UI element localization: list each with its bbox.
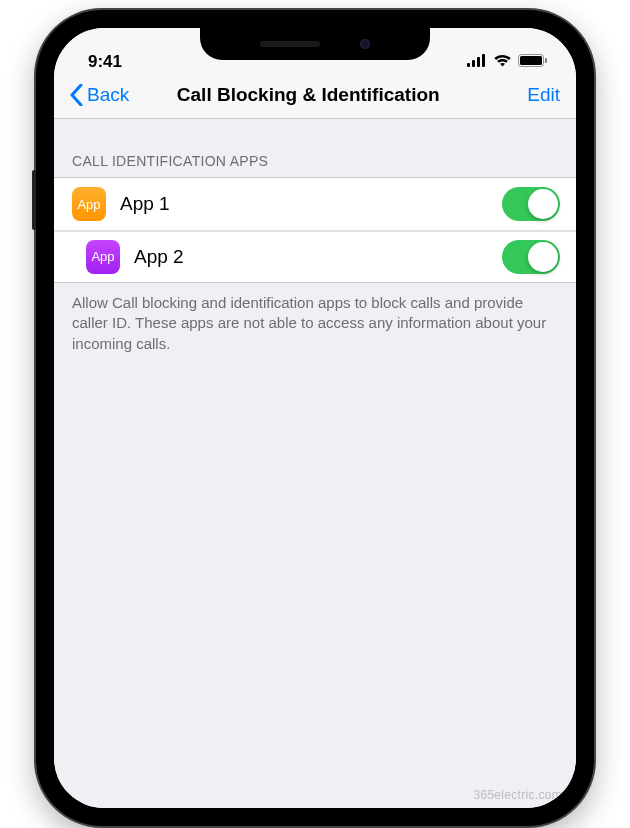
section-header-call-id-apps: Call Identification Apps: [54, 119, 576, 177]
list-item-app-2: App App 2: [54, 230, 576, 282]
app-name-label: App 1: [120, 193, 488, 215]
toggle-app-2[interactable]: [502, 240, 560, 274]
nav-bar: Back Call Blocking & Identification Edit: [54, 74, 576, 119]
page-title: Call Blocking & Identification: [89, 84, 527, 106]
chevron-left-icon: [70, 84, 83, 106]
battery-icon: [518, 52, 548, 72]
toggle-app-1[interactable]: [502, 187, 560, 221]
wifi-icon: [493, 52, 512, 72]
svg-rect-6: [545, 58, 547, 63]
phone-frame: 9:41 Back Call Blocking & Identification…: [36, 10, 594, 826]
notch: [200, 28, 430, 60]
svg-rect-3: [482, 54, 485, 67]
watermark: 365electric.com: [473, 788, 562, 802]
switch-knob: [528, 242, 558, 272]
list-item-app-1: App App 1: [54, 178, 576, 230]
speaker-grille: [260, 41, 320, 47]
front-camera: [360, 39, 370, 49]
svg-rect-2: [477, 57, 480, 67]
svg-rect-5: [520, 56, 542, 65]
app-name-label: App 2: [134, 246, 488, 268]
edit-button[interactable]: Edit: [527, 84, 560, 106]
status-indicators: [467, 52, 548, 72]
switch-knob: [528, 189, 558, 219]
status-time: 9:41: [88, 52, 122, 72]
svg-rect-0: [467, 63, 470, 67]
svg-rect-1: [472, 60, 475, 67]
section-footer: Allow Call blocking and identification a…: [54, 283, 576, 364]
screen: 9:41 Back Call Blocking & Identification…: [54, 28, 576, 808]
content-area: Call Identification Apps App App 1 App A…: [54, 119, 576, 808]
app-icon: App: [86, 240, 120, 274]
app-icon: App: [72, 187, 106, 221]
app-list: App App 1 App App 2: [54, 177, 576, 283]
cellular-signal-icon: [467, 52, 487, 72]
